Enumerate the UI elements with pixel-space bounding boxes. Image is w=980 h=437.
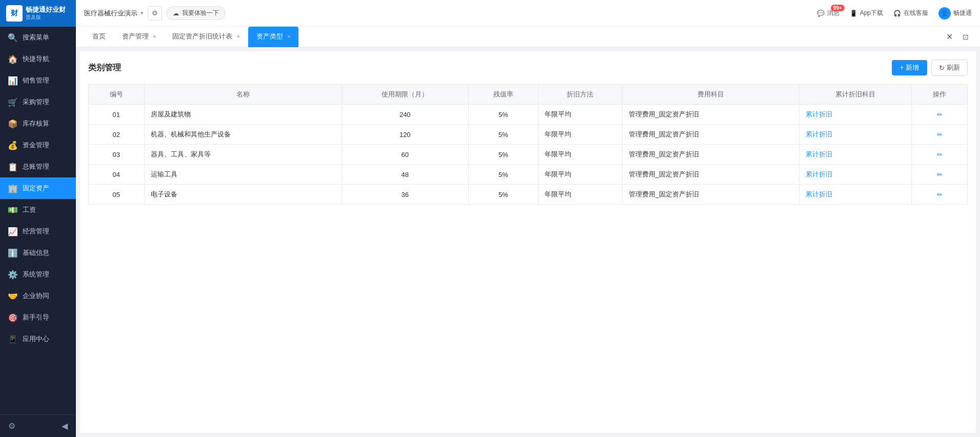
- avatar-icon: 👤: [941, 10, 948, 16]
- cell-action: ✏: [912, 165, 968, 185]
- home-icon: 🏠: [8, 54, 17, 64]
- edit-icon[interactable]: ✏: [937, 111, 943, 118]
- operations-icon: 📈: [8, 227, 17, 236]
- app-download-button[interactable]: 📱 App下载: [850, 9, 883, 17]
- sidebar-item-system[interactable]: ⚙️ 系统管理: [0, 264, 76, 285]
- user-menu[interactable]: 👤 畅捷通: [938, 7, 972, 19]
- online-service-button[interactable]: 🎧 在线客服: [893, 9, 928, 17]
- tab-close-icon[interactable]: ×: [153, 33, 156, 39]
- cell-name: 电子设备: [144, 185, 342, 205]
- page-title: 类别管理: [88, 63, 121, 73]
- sidebar-item-fixed-assets[interactable]: 🏢 固定资产: [0, 177, 76, 199]
- edit-icon[interactable]: ✏: [937, 191, 943, 198]
- cell-cost-subject: 管理费用_固定资产折旧: [622, 125, 799, 145]
- table-row: 03 器具、工具、家具等 60 5% 年限平均 管理费用_固定资产折旧 累计折旧…: [89, 145, 968, 165]
- topbar-right: 💬 消息 99+ 📱 App下载 🎧 在线客服 👤 畅捷通: [817, 7, 972, 19]
- col-cost-subject: 费用科目: [622, 85, 799, 105]
- inventory-icon: 📦: [8, 119, 17, 128]
- tabs-expand-button[interactable]: ⊡: [959, 31, 972, 43]
- sidebar-item-label: 库存核算: [23, 119, 49, 128]
- sidebar-item-label: 总账管理: [23, 162, 49, 171]
- sidebar-item-label: 工资: [23, 205, 36, 214]
- tab-depreciation-label: 固定资产折旧统计表: [172, 32, 232, 41]
- cell-code: 03: [89, 145, 145, 165]
- cell-period: 240: [342, 105, 468, 125]
- sidebar-item-label: 基础信息: [23, 248, 49, 257]
- tab-asset-type[interactable]: 资产类型 ×: [248, 27, 298, 47]
- cell-period: 48: [342, 165, 468, 185]
- capital-icon: 💰: [8, 141, 17, 150]
- main-area: 医疗器械行业演示 ▾ ⚙ ☁ 我要体验一下 💬 消息 99+ 📱 App下载: [76, 0, 980, 437]
- sidebar-bottom: ⚙ ◀: [0, 414, 76, 437]
- cell-period: 36: [342, 185, 468, 205]
- sidebar-item-purchase[interactable]: 🛒 采购管理: [0, 91, 76, 113]
- message-icon: 💬: [817, 10, 825, 17]
- cell-method: 年限平均: [538, 125, 622, 145]
- message-button[interactable]: 💬 消息 99+: [817, 9, 839, 17]
- edit-icon[interactable]: ✏: [937, 131, 943, 138]
- table-row: 04 运输工具 48 5% 年限平均 管理费用_固定资产折旧 累计折旧 ✏: [89, 165, 968, 185]
- sidebar-item-sales[interactable]: 📊 销售管理: [0, 70, 76, 91]
- new-button[interactable]: + 新增: [892, 60, 927, 75]
- system-icon: ⚙️: [8, 270, 17, 279]
- collapse-icon[interactable]: ◀: [62, 421, 68, 431]
- sidebar-item-label: 销售管理: [23, 76, 49, 85]
- username: 畅捷通: [953, 9, 972, 17]
- fixed-assets-icon: 🏢: [8, 184, 17, 193]
- sidebar-item-operations[interactable]: 📈 经营管理: [0, 221, 76, 242]
- sidebar-item-enterprise[interactable]: 🤝 企业协同: [0, 285, 76, 307]
- cell-period: 60: [342, 145, 468, 165]
- tab-home[interactable]: 首页: [84, 27, 114, 47]
- cell-residual: 5%: [468, 165, 538, 185]
- tab-close-icon[interactable]: ×: [236, 33, 239, 39]
- refresh-icon: ↻: [939, 64, 945, 72]
- cell-method: 年限平均: [538, 145, 622, 165]
- cell-period: 120: [342, 125, 468, 145]
- sidebar-item-label: 固定资产: [23, 184, 49, 193]
- sidebar-item-quick-nav[interactable]: 🏠 快捷导航: [0, 48, 76, 70]
- sidebar-item-payroll[interactable]: 💵 工资: [0, 199, 76, 221]
- sidebar-item-app-center[interactable]: 📱 应用中心: [0, 328, 76, 350]
- tab-depreciation[interactable]: 固定资产折旧统计表 ×: [164, 27, 248, 47]
- cell-name: 机器、机械和其他生产设备: [144, 125, 342, 145]
- app-version: 普及版: [26, 14, 66, 21]
- edit-icon[interactable]: ✏: [937, 171, 943, 178]
- experience-label: 我要体验一下: [182, 9, 219, 17]
- chevron-down-icon: ▾: [141, 10, 144, 16]
- tabs-close-button[interactable]: ✕: [943, 31, 955, 43]
- cell-accum-subject: 累计折旧: [799, 185, 912, 205]
- experience-button[interactable]: ☁ 我要体验一下: [166, 6, 226, 20]
- gear-button[interactable]: ⚙: [148, 6, 162, 21]
- cell-code: 02: [89, 125, 145, 145]
- sidebar-item-label: 经营管理: [23, 227, 49, 236]
- sidebar: 财 畅捷通好业财 普及版 🔍 搜索菜单 🏠 快捷导航 📊 销售管理 🛒 采购管理…: [0, 0, 76, 437]
- col-period: 使用期限（月）: [342, 85, 468, 105]
- sidebar-item-basic-info[interactable]: ℹ️ 基础信息: [0, 242, 76, 264]
- topbar: 医疗器械行业演示 ▾ ⚙ ☁ 我要体验一下 💬 消息 99+ 📱 App下载: [76, 0, 980, 27]
- download-icon: 📱: [850, 10, 857, 17]
- col-code: 编号: [89, 85, 145, 105]
- sidebar-item-inventory[interactable]: 📦 库存核算: [0, 113, 76, 134]
- tab-asset-management[interactable]: 资产管理 ×: [114, 27, 164, 47]
- cell-code: 05: [89, 185, 145, 205]
- sidebar-item-guide[interactable]: 🎯 新手引导: [0, 307, 76, 328]
- settings-icon[interactable]: ⚙: [8, 421, 15, 431]
- tab-asset-management-label: 资产管理: [122, 32, 149, 41]
- sidebar-item-capital[interactable]: 💰 资金管理: [0, 134, 76, 156]
- cell-residual: 5%: [468, 185, 538, 205]
- sidebar-item-label: 应用中心: [23, 334, 49, 344]
- edit-icon[interactable]: ✏: [937, 151, 943, 158]
- content-header: 类别管理 + 新增 ↻ 刷新: [88, 59, 968, 76]
- app-download-label: App下载: [860, 9, 883, 17]
- tab-close-active-icon[interactable]: ×: [287, 33, 290, 39]
- refresh-button[interactable]: ↻ 刷新: [931, 59, 968, 76]
- sidebar-item-search[interactable]: 🔍 搜索菜单: [0, 27, 76, 48]
- service-icon: 🎧: [893, 10, 901, 17]
- enterprise-icon: 🤝: [8, 291, 17, 301]
- cell-cost-subject: 管理费用_固定资产折旧: [622, 145, 799, 165]
- sidebar-item-ledger[interactable]: 📋 总账管理: [0, 156, 76, 177]
- current-module[interactable]: 医疗器械行业演示 ▾: [84, 9, 144, 18]
- refresh-label: 刷新: [947, 63, 960, 72]
- cell-accum-subject: 累计折旧: [799, 145, 912, 165]
- cell-cost-subject: 管理费用_固定资产折旧: [622, 185, 799, 205]
